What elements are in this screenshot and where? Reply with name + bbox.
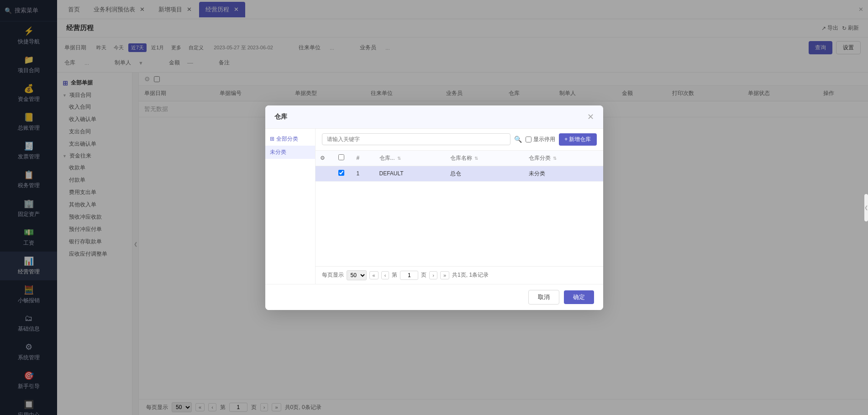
modal-left-panel: ⊞ 全部分类 未分类 ❮ bbox=[265, 129, 316, 284]
modal-col-category: 仓库分类 ⇅ bbox=[524, 151, 603, 166]
add-warehouse-btn-wrap: + 新增仓库 bbox=[559, 133, 596, 146]
category-label: 未分类 bbox=[270, 149, 286, 155]
sort-icon-category: ⇅ bbox=[553, 156, 557, 161]
confirm-button[interactable]: 确定 bbox=[564, 290, 594, 304]
modal-col-name: 仓库名称 ⇅ bbox=[446, 151, 524, 166]
modal-table: ⚙ # 仓库... ⇅ bbox=[316, 151, 603, 182]
modal-page-prefix: 第 bbox=[392, 271, 397, 279]
row-checkbox-cell bbox=[334, 166, 352, 181]
modal-select-all-checkbox[interactable] bbox=[338, 154, 344, 160]
warehouse-modal: 仓库 ✕ ⊞ 全部分类 未分类 ❮ bbox=[265, 105, 603, 310]
modal-total-label: 共1页, 1条记录 bbox=[452, 271, 489, 279]
modal-col-settings: ⚙ bbox=[316, 151, 334, 166]
modal-col-checkbox bbox=[334, 151, 352, 166]
show-disabled-checkbox[interactable] bbox=[526, 137, 531, 142]
show-disabled-checkbox-label: 显示停用 bbox=[526, 136, 555, 143]
modal-pagination: 每页显示 50 « ‹ 第 页 › » 共1页, 1条记录 bbox=[316, 266, 603, 284]
modal-prev-page-btn[interactable]: ‹ bbox=[381, 271, 389, 279]
modal-table-wrap: ⚙ # 仓库... ⇅ bbox=[316, 151, 603, 266]
modal-footer: 取消 确定 bbox=[265, 284, 603, 310]
modal-header: 仓库 ✕ bbox=[265, 105, 603, 129]
modal-per-page-select[interactable]: 50 bbox=[347, 270, 367, 280]
row-name-cell: 总仓 bbox=[446, 166, 524, 181]
modal-category-unclassified[interactable]: 未分类 bbox=[265, 146, 315, 159]
sort-icon-name: ⇅ bbox=[474, 156, 478, 161]
add-warehouse-button[interactable]: + 新增仓库 bbox=[559, 133, 596, 146]
row-checkbox[interactable] bbox=[338, 170, 344, 176]
modal-settings-icon[interactable]: ⚙ bbox=[320, 155, 325, 161]
modal-all-category[interactable]: ⊞ 全部分类 bbox=[265, 132, 315, 146]
modal-next-page-btn[interactable]: › bbox=[429, 271, 437, 279]
modal-last-page-btn[interactable]: » bbox=[440, 271, 449, 279]
modal-page-suffix: 页 bbox=[421, 271, 426, 279]
modal-first-page-btn[interactable]: « bbox=[369, 271, 379, 279]
modal-per-page-label: 每页显示 bbox=[322, 271, 344, 279]
modal-search-bar: 🔍 显示停用 + 新增仓库 bbox=[316, 129, 603, 151]
modal-search-input[interactable] bbox=[322, 133, 511, 145]
modal-close-button[interactable]: ✕ bbox=[587, 112, 594, 122]
modal-table-body: 1 DEFAULT 总仓 未分类 bbox=[316, 166, 603, 181]
modal-overlay: 仓库 ✕ ⊞ 全部分类 未分类 ❮ bbox=[0, 0, 868, 415]
modal-body: ⊞ 全部分类 未分类 ❮ 🔍 bbox=[265, 129, 603, 284]
row-num-cell: 1 bbox=[352, 166, 375, 181]
modal-col-code: 仓库... ⇅ bbox=[375, 151, 446, 166]
modal-col-num: # bbox=[352, 151, 375, 166]
cancel-button[interactable]: 取消 bbox=[528, 290, 559, 305]
row-category-cell: 未分类 bbox=[524, 166, 603, 181]
grid2-icon: ⊞ bbox=[270, 136, 274, 142]
sort-icon-code: ⇅ bbox=[397, 156, 401, 161]
app-container: 🔍 搜索菜单 ⚡ 快捷导航 📁 项目合同 💰 资金管理 📒 总账管理 🧾 发票管… bbox=[0, 0, 868, 415]
modal-table-header: ⚙ # 仓库... ⇅ bbox=[316, 151, 603, 166]
modal-table-row[interactable]: 1 DEFAULT 总仓 未分类 bbox=[316, 166, 603, 181]
modal-page-input[interactable] bbox=[400, 271, 418, 280]
row-code-cell: DEFAULT bbox=[375, 166, 446, 181]
modal-right-panel: 🔍 显示停用 + 新增仓库 bbox=[316, 129, 603, 284]
modal-search-button[interactable]: 🔍 bbox=[514, 136, 522, 143]
modal-title: 仓库 bbox=[274, 113, 287, 121]
row-settings-cell bbox=[316, 166, 334, 181]
modal-all-label: 全部分类 bbox=[276, 135, 298, 143]
